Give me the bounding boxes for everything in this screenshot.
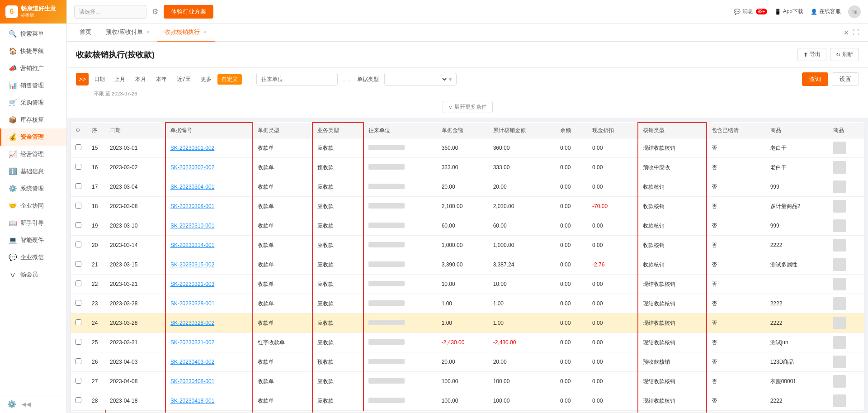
sidebar-item-inventory[interactable]: 📦库存核算: [0, 111, 66, 128]
row-checkbox[interactable]: [75, 242, 81, 247]
cell-checkbox[interactable]: [71, 138, 87, 158]
row-checkbox[interactable]: [75, 319, 81, 325]
cell-checkbox[interactable]: [71, 216, 87, 236]
dots-icon[interactable]: ...: [343, 75, 352, 83]
voucher-link[interactable]: SK-20230308-001: [170, 203, 214, 209]
cell-checkbox[interactable]: [71, 294, 87, 313]
gear-icon[interactable]: ⚙: [150, 5, 160, 18]
sidebar-item-quicknav[interactable]: 🏠快捷导航: [0, 43, 66, 60]
cell-checkbox[interactable]: [71, 333, 87, 352]
row-checkbox[interactable]: [75, 203, 81, 209]
user-avatar[interactable]: Rit: [848, 5, 861, 18]
voucher-link[interactable]: SK-20230310-001: [170, 223, 214, 229]
row-checkbox[interactable]: [75, 183, 81, 189]
cell-voucher-type: 收款单: [253, 216, 312, 236]
sidebar-item-search[interactable]: 🔍搜索菜单: [0, 25, 66, 43]
collapse-icon[interactable]: ◀◀: [22, 401, 31, 408]
cell-biz-type: 应收款: [312, 372, 363, 391]
tab-payable[interactable]: 预收/应收付单×: [99, 24, 157, 42]
cell-checkbox[interactable]: [71, 352, 87, 372]
cell-checkbox[interactable]: [71, 313, 87, 333]
voucher-link[interactable]: SK-20230302-002: [170, 164, 214, 171]
sidebar-icon-member: V: [9, 271, 17, 279]
cell-checkbox[interactable]: [71, 255, 87, 275]
tab-receipt[interactable]: 收款核销执行×: [157, 24, 214, 42]
filter-toggle-button[interactable]: >>: [76, 73, 89, 85]
cell-checkbox[interactable]: [71, 275, 87, 294]
th-gear[interactable]: ⚙: [71, 123, 87, 138]
sidebar-item-operation[interactable]: 📈经营管理: [0, 146, 66, 163]
sidebar-item-member[interactable]: V畅会员: [0, 266, 66, 283]
date-btn-custom[interactable]: 自定义: [217, 74, 242, 85]
topbar-left: 请选择... ⚙ 体验行业方案: [74, 5, 730, 19]
partner-input[interactable]: [256, 73, 338, 85]
tab-home[interactable]: 首页: [72, 24, 99, 42]
cell-checkbox[interactable]: [71, 197, 87, 216]
cell-checkbox[interactable]: [71, 236, 87, 255]
row-checkbox[interactable]: [75, 164, 81, 170]
sidebar-item-finance[interactable]: 💰资金管理: [0, 128, 66, 146]
voucher-link[interactable]: SK-20230314-001: [170, 242, 214, 248]
row-checkbox[interactable]: [75, 378, 81, 384]
date-label: 日期: [94, 76, 105, 83]
column-settings-icon[interactable]: ⚙: [75, 127, 80, 133]
row-checkbox[interactable]: [75, 397, 81, 403]
topbar-select[interactable]: 请选择...: [74, 5, 146, 19]
sidebar-item-basic[interactable]: ℹ️基础信息: [0, 163, 66, 180]
row-checkbox[interactable]: [75, 358, 81, 364]
row-checkbox[interactable]: [75, 222, 81, 228]
date-btn-1[interactable]: 本月: [131, 74, 150, 85]
settings-icon[interactable]: ⚙️: [7, 400, 16, 408]
app-download-item[interactable]: 📱 App下载: [774, 8, 803, 15]
query-button[interactable]: 查询: [802, 72, 828, 86]
close-window-icon[interactable]: ✕: [844, 29, 849, 36]
date-btn-2[interactable]: 本年: [152, 74, 171, 85]
voucher-link[interactable]: SK-20230321-003: [170, 281, 214, 287]
voucher-link[interactable]: SK-20230328-001: [170, 300, 214, 307]
sidebar-item-enterprise[interactable]: 🤝企业协同: [0, 197, 66, 214]
messages-item[interactable]: 💬 消息 99+: [734, 8, 767, 15]
online-service-item[interactable]: 👤 在线客服: [811, 8, 841, 15]
row-checkbox[interactable]: [75, 144, 81, 150]
voucher-link[interactable]: SK-20230403-002: [170, 359, 214, 365]
industry-button[interactable]: 体验行业方案: [164, 5, 213, 19]
expand-icon[interactable]: ⛶: [853, 29, 859, 36]
filter-settings-button[interactable]: 设置: [832, 72, 859, 86]
voucher-type-select[interactable]: [388, 76, 448, 83]
tab-close-receipt[interactable]: ×: [203, 29, 207, 35]
sidebar-item-marketing[interactable]: 📣营销推广: [0, 60, 66, 77]
sidebar-item-purchase[interactable]: 🛒采购管理: [0, 94, 66, 111]
sidebar-item-sales[interactable]: 📊销售管理: [0, 77, 66, 94]
expand-more-button[interactable]: ∨ 展开更多条件: [443, 101, 493, 113]
row-checkbox[interactable]: [75, 261, 81, 267]
voucher-link[interactable]: SK-20230408-001: [170, 378, 214, 385]
date-btn-4[interactable]: 更多: [197, 74, 216, 85]
tab-close-payable[interactable]: ×: [146, 29, 150, 35]
voucher-link[interactable]: SK-20230304-001: [170, 184, 214, 190]
voucher-link[interactable]: SK-20230328-002: [170, 320, 214, 326]
row-checkbox[interactable]: [75, 280, 81, 286]
cell-checkbox[interactable]: [71, 391, 87, 411]
voucher-link[interactable]: SK-20230418-001: [170, 398, 214, 404]
voucher-link[interactable]: SK-20230331-002: [170, 339, 214, 346]
sidebar-item-system[interactable]: ⚙️系统管理: [0, 180, 66, 197]
voucher-link[interactable]: SK-20230301-002: [170, 145, 214, 151]
sidebar-item-guide[interactable]: 📖新手引导: [0, 214, 66, 232]
voucher-link[interactable]: SK-20230315-002: [170, 261, 214, 268]
row-checkbox[interactable]: [75, 339, 81, 345]
sidebar-label-enterprise: 企业协同: [20, 202, 44, 210]
refresh-button[interactable]: ↻ 刷新: [830, 48, 859, 61]
cell-checkbox[interactable]: [71, 372, 87, 391]
export-button[interactable]: ⬆ 导出: [797, 48, 826, 61]
sidebar-item-hardware[interactable]: 💻智能硬件: [0, 232, 66, 249]
footer-discount: [588, 411, 638, 413]
date-btn-0[interactable]: 上月: [110, 74, 129, 85]
cell-balance: 0.00: [556, 158, 588, 177]
cell-discount: 0.00: [588, 352, 638, 372]
row-checkbox[interactable]: [75, 300, 81, 306]
cell-acc-amount: -2,430.00: [489, 333, 556, 352]
cell-checkbox[interactable]: [71, 177, 87, 197]
cell-checkbox[interactable]: [71, 158, 87, 177]
date-btn-3[interactable]: 近7天: [173, 74, 195, 85]
sidebar-item-wechat[interactable]: 💬企业微信: [0, 249, 66, 266]
